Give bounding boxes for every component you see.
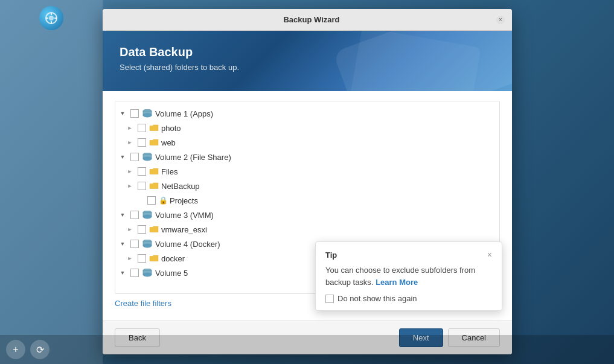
tree-label: Volume 2 (File Share) [155,153,231,162]
checkbox-vol4[interactable] [130,240,139,248]
folder-icon [149,254,159,263]
volume-icon [142,269,153,277]
tree-item[interactable]: vmware_esxi [115,222,499,237]
volume-icon [142,153,153,161]
desktop: Backup Wizard × Data Backup Select (shar… [0,0,614,364]
checkbox-vol5[interactable] [130,269,139,277]
checkbox-vol1[interactable] [130,109,139,118]
wizard-title: Data Backup [120,45,495,59]
tree-toggle-vol4[interactable] [118,239,127,249]
do-not-show-label: Do not show this again [337,294,417,303]
tree-label: NetBackup [161,182,200,191]
tree-label: docker [161,254,185,263]
tree-item[interactable]: NetBackup [115,179,499,193]
checkbox-vmware[interactable] [138,225,146,234]
checkbox-vol2[interactable] [130,153,139,161]
svg-point-8 [143,113,152,117]
wizard-subtitle: Select (shared) folders to back up. [120,63,495,72]
taskbar-left [0,0,103,364]
tree-label: Volume 4 (Docker) [155,240,220,249]
window-titlebar: Backup Wizard × [103,9,512,31]
create-file-filters-link[interactable]: Create file filters [115,299,171,308]
add-button[interactable]: + [6,340,25,359]
window-controls: × [496,16,505,24]
tree-label: photo [161,124,181,133]
svg-point-20 [143,273,152,276]
checkbox-photo[interactable] [138,124,146,132]
checkbox-files[interactable] [138,167,146,176]
tree-label: vmware_esxi [161,225,207,234]
tip-title: Tip [325,251,337,260]
tip-box: Tip × You can choose to exclude subfolde… [315,241,502,311]
do-not-show-checkbox[interactable] [325,295,334,303]
tree-toggle-photo[interactable] [125,123,135,133]
history-button[interactable]: ⟳ [30,340,50,359]
checkbox-projects[interactable] [147,196,156,205]
tree-label: Volume 1 (Apps) [155,109,213,118]
tree-label: Projects [170,196,198,205]
close-button[interactable]: × [496,16,505,24]
wizard-header: Data Backup Select (shared) folders to b… [103,31,512,91]
add-icon: + [13,344,18,355]
tree-item[interactable]: Volume 3 (VMM) [115,208,499,222]
checkbox-docker[interactable] [138,254,146,263]
backup-wizard-window: Backup Wizard × Data Backup Select (shar… [103,9,512,354]
tree-item[interactable]: photo [115,121,499,135]
tree-toggle-vmware[interactable] [125,225,135,234]
folder-icon [149,124,159,132]
tree-item[interactable]: web [115,135,499,150]
volume-icon [142,109,153,118]
checkbox-netbackup[interactable] [138,182,146,190]
lock-icon: 🔒 [159,196,168,205]
taskbar-bottom: + ⟳ [0,335,614,364]
svg-point-14 [143,215,152,219]
tree-toggle-vol1[interactable] [118,109,127,118]
tree-toggle-projects [135,196,144,205]
folder-icon [149,167,159,176]
folder-icon [149,138,159,147]
tree-label: Files [161,167,177,176]
folder-icon [149,225,159,234]
tree-item[interactable]: Volume 1 (Apps) [115,106,499,121]
svg-point-11 [143,157,152,161]
tip-footer: Do not show this again [325,294,492,303]
app-icon[interactable] [39,6,63,30]
tree-label: Volume 5 [155,269,188,278]
tree-item[interactable]: Files [115,164,499,179]
tree-label: web [161,138,176,147]
learn-more-link[interactable]: Learn More [376,278,418,287]
checkbox-vol3[interactable] [130,211,139,219]
tip-header: Tip × [325,251,492,260]
volume-icon [142,240,153,248]
tip-close-button[interactable]: × [487,251,492,259]
tree-toggle-vol3[interactable] [118,210,127,220]
window-title: Backup Wizard [127,15,496,24]
tree-toggle-files[interactable] [125,167,135,176]
folder-icon [149,182,159,190]
svg-point-1 [49,16,54,21]
checkbox-web[interactable] [138,138,146,147]
history-icon: ⟳ [36,344,44,356]
tree-toggle-netbackup[interactable] [125,181,135,191]
tree-toggle-web[interactable] [125,138,135,147]
svg-point-17 [143,244,152,247]
volume-icon [142,211,153,219]
tip-body: You can choose to exclude subfolders fro… [325,264,492,288]
tree-item[interactable]: Volume 2 (File Share) [115,150,499,164]
tree-toggle-vol5[interactable] [118,268,127,278]
wizard-content: Volume 1 (Apps) photo [103,91,512,321]
tree-toggle-vol2[interactable] [118,152,127,162]
tree-toggle-docker[interactable] [125,254,135,263]
tree-item[interactable]: 🔒 Projects [115,193,499,208]
tree-label: Volume 3 (VMM) [155,211,214,220]
